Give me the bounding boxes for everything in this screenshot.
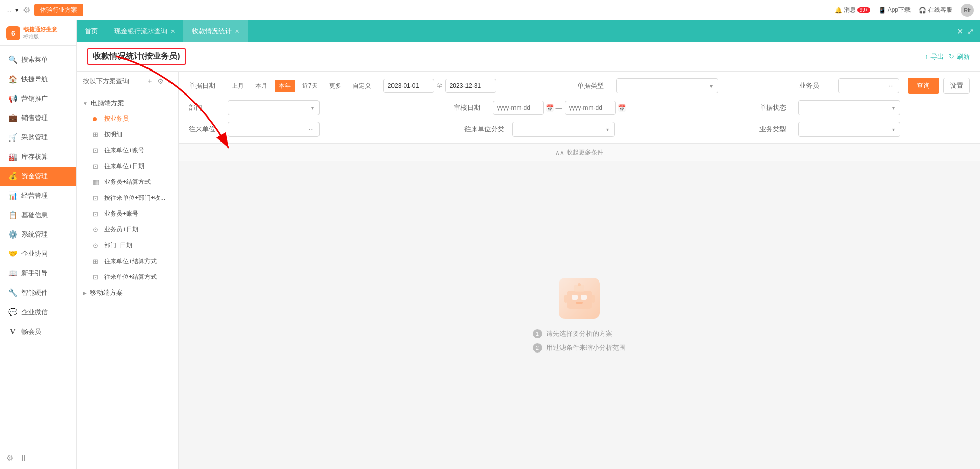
scheme-label-dept-date: 部门+日期 [104, 241, 132, 250]
date-to-input[interactable] [445, 79, 496, 93]
sidebar-item-basic[interactable]: 📋 基础信息 [0, 205, 76, 225]
salesman-more-icon[interactable]: ··· [889, 82, 894, 89]
content-area: 首页 现金银行流水查询 ✕ 收款情况统计 ✕ ✕ ⤢ 收款情况统计(按业务员) [77, 20, 980, 469]
date-btn-7days[interactable]: 近7天 [298, 80, 322, 92]
sidebar-item-sales[interactable]: 💼 销售管理 [0, 108, 76, 128]
scheme-item-detail[interactable]: ⊞ 按明细 [77, 127, 178, 143]
app-download[interactable]: 📱 App下载 [878, 6, 911, 14]
tab-receipts-close[interactable]: ✕ [235, 28, 239, 35]
sales-icon: 💼 [8, 113, 17, 123]
audit-from-input[interactable] [493, 101, 544, 115]
scheme-label-unit-settlement1: 往来单位+结算方式 [104, 257, 157, 266]
scheme-label-unit-date: 往来单位+日期 [104, 162, 144, 171]
tab-home[interactable]: 首页 [77, 27, 106, 36]
sidebar-item-quicknav[interactable]: 🏠 快捷导航 [0, 69, 76, 89]
refresh-icon: ↻ [949, 53, 954, 60]
counterparty-select[interactable]: ··· [228, 122, 320, 137]
sidebar-item-finance[interactable]: 💰 资金管理 [0, 167, 76, 186]
member-icon: V [8, 327, 17, 336]
sidebar-item-member[interactable]: V 畅会员 [0, 322, 76, 341]
settings-button[interactable]: 设置 [943, 78, 970, 94]
scheme-label-unit-dept: 按往来单位+部门+收... [104, 194, 165, 202]
scheme-icon-unit-date: ⊡ [93, 162, 101, 170]
notification-area[interactable]: 🔔 消息 99+ [835, 6, 870, 14]
page-header-actions: ↑ 导出 ↻ 刷新 [925, 52, 970, 61]
finance-icon: 💰 [8, 172, 17, 181]
scheme-item-salesman[interactable]: 按业务员 [77, 111, 178, 127]
collapse-icon-up: ∧∧ [555, 149, 565, 156]
scheme-item-dept-date[interactable]: ⊙ 部门+日期 [77, 238, 178, 253]
svg-rect-5 [592, 295, 595, 303]
scheme-item-salesman-date[interactable]: ⊙ 业务员+日期 [77, 222, 178, 238]
date-btn-custom[interactable]: 自定义 [349, 80, 375, 92]
date-btn-thismonth[interactable]: 本月 [251, 80, 272, 92]
date-btn-more[interactable]: 更多 [325, 80, 346, 92]
scheme-item-unit-account[interactable]: ⊡ 往来单位+账号 [77, 143, 178, 158]
salesman-select[interactable]: ··· [838, 78, 899, 93]
add-scheme-button[interactable]: ＋ [146, 77, 153, 86]
scheme-icon-dept-date: ⊙ [93, 242, 101, 249]
system-icon: ⚙️ [8, 230, 17, 239]
scheme-settings-button[interactable]: ⚙ [157, 77, 164, 85]
category-mobile[interactable]: ▶ 移动端方案 [77, 285, 178, 300]
tab-cashflow[interactable]: 现金银行流水查询 ✕ [106, 20, 184, 42]
dept-select[interactable]: ▾ [228, 100, 320, 115]
sidebar-item-inventory[interactable]: 🏭 库存核算 [0, 147, 76, 167]
tab-close-all[interactable]: ✕ [957, 27, 963, 36]
collapse-bar[interactable]: ∧∧ 收起更多条件 [179, 144, 980, 161]
date-from-input[interactable] [383, 79, 434, 93]
settings-icon[interactable]: ⚙ [23, 5, 30, 15]
hardware-icon: 🔧 [8, 288, 17, 297]
date-btn-thisyear[interactable]: 本年 [275, 80, 295, 92]
svg-point-7 [578, 283, 581, 286]
right-panel: 单据日期 上月 本月 本年 近7天 更多 自定义 至 [179, 72, 980, 469]
scheme-item-unit-dept[interactable]: ⊡ 按往来单位+部门+收... [77, 190, 178, 206]
settings-bottom-icon[interactable]: ⚙ [6, 453, 13, 463]
refresh-button[interactable]: ↻ 刷新 [949, 52, 970, 61]
scheme-item-unit-settlement2[interactable]: ⊡ 往来单位+结算方式 [77, 269, 178, 285]
sidebar-label-quicknav: 快捷导航 [21, 75, 48, 84]
calendar-to-icon[interactable]: 📅 [618, 104, 626, 112]
scheme-item-unit-settlement1[interactable]: ⊞ 往来单位+结算方式 [77, 253, 178, 269]
doc-status-select[interactable]: ▾ [798, 100, 900, 115]
app-tag: 标准版 [23, 33, 57, 40]
sidebar-item-search[interactable]: 🔍 搜索菜单 [0, 50, 76, 69]
counterparty-more-icon[interactable]: ··· [309, 126, 314, 133]
doc-type-select[interactable]: ▾ [616, 78, 718, 93]
scheme-icon-salesman-settlement: ▦ [93, 178, 101, 186]
scheme-item-salesman-settlement[interactable]: ▦ 业务员+结算方式 [77, 174, 178, 190]
scheme-item-unit-date[interactable]: ⊡ 往来单位+日期 [77, 158, 178, 174]
date-btn-lastmonth[interactable]: 上月 [228, 80, 248, 92]
sidebar-label-collab: 企业协同 [21, 249, 48, 259]
sidebar-item-marketing[interactable]: 📢 营销推广 [0, 89, 76, 108]
sidebar: 6 畅捷通好生意 标准版 🔍 搜索菜单 🏠 快捷导航 📢 营销推广 💼 销售管理 [0, 20, 77, 469]
sidebar-item-wechat[interactable]: 💬 企业微信 [0, 302, 76, 322]
counterparty-cat-select[interactable]: ▾ [512, 122, 615, 137]
sidebar-item-guide[interactable]: 📖 新手引导 [0, 264, 76, 283]
online-service[interactable]: 🎧 在线客服 [919, 6, 952, 14]
svg-rect-0 [567, 291, 592, 309]
calendar-from-icon[interactable]: 📅 [546, 104, 554, 112]
biz-type-select[interactable]: ▾ [798, 122, 900, 137]
counterparty-cat-label: 往来单位分类 [464, 125, 504, 134]
collapse-panel-button[interactable]: « [168, 77, 172, 85]
empty-state: 1 请先选择要分析的方案 2 用过滤条件来缩小分析范围 [179, 161, 980, 469]
sidebar-item-hardware[interactable]: 🔧 智能硬件 [0, 283, 76, 302]
scheme-item-salesman-account[interactable]: ⊡ 业务员+账号 [77, 206, 178, 222]
sidebar-item-purchase[interactable]: 🛒 采购管理 [0, 128, 76, 147]
tab-maximize[interactable]: ⤢ [967, 27, 974, 36]
trial-button[interactable]: 体验行业方案 [34, 4, 83, 16]
collapse-icon[interactable]: ⏸ [19, 454, 28, 463]
query-button[interactable]: 查询 [908, 78, 939, 94]
audit-to-input[interactable] [565, 101, 616, 115]
sidebar-item-system[interactable]: ⚙️ 系统管理 [0, 225, 76, 244]
sidebar-item-collab[interactable]: 🤝 企业协同 [0, 244, 76, 264]
category-desktop[interactable]: ▼ 电脑端方案 [77, 96, 178, 111]
scheme-icon-unit-account: ⊡ [93, 147, 101, 154]
export-button[interactable]: ↑ 导出 [925, 52, 944, 61]
filter-row-date: 单据日期 上月 本月 本年 近7天 更多 自定义 至 [189, 78, 970, 94]
user-avatar[interactable]: Rit [961, 4, 974, 17]
tab-cashflow-close[interactable]: ✕ [170, 28, 175, 35]
tab-receipts[interactable]: 收款情况统计 ✕ [184, 20, 248, 42]
sidebar-item-operation[interactable]: 📊 经营管理 [0, 186, 76, 205]
